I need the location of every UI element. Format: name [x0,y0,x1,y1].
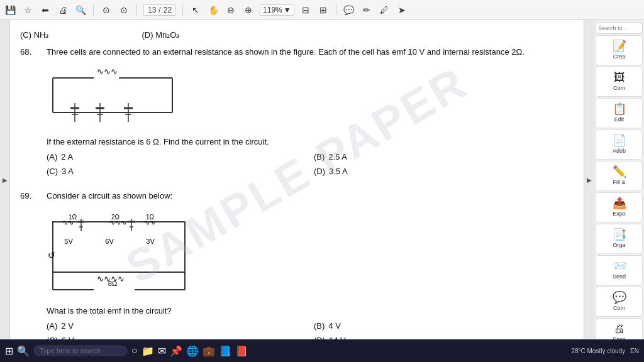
edit-icon[interactable]: ✏ [360,4,373,16]
taskbar-acrobat-icon[interactable]: 📕 [235,345,248,357]
redo-symbol: ↺ [48,250,55,260]
taskbar-browser-icon[interactable]: ○ [131,345,138,356]
sep4 [336,4,336,16]
export-icon: 📤 [613,197,626,209]
hand-icon[interactable]: ✋ [207,4,219,16]
question-68: 68. Three cells are connected to an exte… [20,46,569,178]
q69-text: Consider a circuit as shown below: [47,190,569,203]
q68-opt-b-val: 2.5 A [328,151,347,164]
sep1 [93,4,94,16]
sign-icon[interactable]: 🖊 [378,4,391,16]
svg-rect-18 [53,222,185,272]
combine-icon: 🖼 [614,72,625,83]
taskbar-word-icon[interactable]: 📘 [219,345,231,357]
sidebar-item-send[interactable]: 📨 Send [596,255,643,285]
sidebar-search-input[interactable] [596,23,643,34]
q68-option-c: (C) 3 A [47,165,301,178]
taskbar-search-input[interactable] [33,345,128,356]
scroll-down-icon[interactable]: ⊙ [100,4,113,16]
circuit-69-container: 1Ω 2Ω 1Ω ∿∿ ∿∿∿ [47,209,569,299]
sep2 [136,4,137,16]
r1-symbol: ∿∿ [62,219,74,226]
resistor-symbol: ∿∿∿ [97,67,118,76]
r2-symbol: ∿∿∿ [109,219,126,226]
zoom-dropdown-icon[interactable]: ▼ [284,6,291,14]
q68-opt-d-val: 3.5 A [329,165,348,178]
cursor-icon[interactable]: ↖ [189,4,202,16]
q69-opt-c-val: 6 V [62,334,74,339]
q68-text: Three cells are connected to an external… [47,46,569,59]
right-nav-arrow[interactable]: ▶ [584,20,594,339]
top-options-row: (C) NH₃ (D) Mn₂O₃ [20,30,569,40]
q68-opt-b-label: (B) [314,151,325,164]
sidebar-item-organize[interactable]: 📑 Orga [596,224,643,254]
q69-opt-d-label: (D) [314,334,325,339]
sidebar-item-combine[interactable]: 🖼 Com [596,67,643,97]
q68-option-a: (A) 2 A [47,151,301,164]
sidebar-create-label: Crea [613,53,626,60]
zoom-indicator[interactable]: 119% ▼ [260,4,294,16]
back-icon[interactable]: ⬅ [39,4,52,16]
main-area: ▶ SAMPLE PAPER (C) NH₃ (D) Mn₂O₃ 68. Thr… [0,20,644,339]
q69-option-b: (B) 4 V [314,320,569,333]
q68-sub-text: If the external resistance is 6 Ω. Find … [47,136,569,149]
q69-option-d: (D) 14 V [314,334,569,339]
edit-pdf-icon: 📋 [613,103,626,114]
pdf-toolbar: 💾 ☆ ⬅ 🖨 🔍 ⊙ ⊙ 13 / 22 ↖ ✋ ⊖ ⊕ 119% ▼ ⊟ ⊞… [0,0,644,20]
q69-options: (A) 2 V (B) 4 V (C) 6 V (D) 14 V [47,320,569,339]
search-icon[interactable]: 🔍 [74,4,87,16]
taskbar-teams-icon[interactable]: 💼 [203,345,215,357]
sidebar-item-export[interactable]: 📤 Expo [596,192,643,222]
page-indicator[interactable]: 13 / 22 [143,4,176,16]
bookmark-icon[interactable]: ☆ [21,4,34,16]
circuit-68-container: ∿∿∿ [47,65,569,129]
comment-icon[interactable]: 💬 [343,4,355,16]
r3-symbol: ∿∿ [144,219,155,226]
page-current: 13 [148,6,156,14]
q69-opt-b-label: (B) [314,320,325,333]
sidebar-combine-label: Com [613,85,625,92]
question-69: 69. Consider a circuit as shown below: 1… [20,190,569,339]
taskbar-search-icon[interactable]: 🔍 [17,345,30,357]
scroll-up-icon[interactable]: ⊙ [118,4,130,16]
taskbar-files-icon[interactable]: 📁 [142,345,154,357]
send-icon: 📨 [613,260,626,272]
sidebar-item-edit[interactable]: 📋 Edit [596,98,643,128]
save-icon[interactable]: 💾 [4,4,16,16]
sidebar-edit-label: Edit [614,116,625,123]
taskbar-pin-icon[interactable]: 📌 [170,345,182,357]
option-d: (D) Mn₂O₃ [142,30,180,40]
language-indicator: EN [630,348,639,354]
share-icon[interactable]: ➤ [396,4,408,16]
q69-opt-a-label: (A) [47,320,57,333]
sidebar-item-scan[interactable]: 🖨 Scan [596,318,643,339]
q69-option-c: (C) 6 V [47,334,301,339]
start-button[interactable]: ⊞ [5,345,13,357]
sidebar-item-create[interactable]: 📝 Crea [596,35,643,65]
print-icon[interactable]: 🖨 [57,4,69,16]
taskbar-system-area: 28°C Mostly cloudy EN [571,348,639,354]
fit-page-icon[interactable]: ⊟ [299,4,312,16]
left-nav-arrow[interactable]: ▶ [0,20,10,339]
sidebar-send-label: Send [613,273,626,280]
q68-option-b: (B) 2.5 A [314,151,569,164]
q69-opt-b-val: 4 V [328,320,341,333]
organize-icon: 📑 [613,229,626,240]
q68-opt-a-label: (A) [47,151,57,164]
right-sidebar: 📝 Crea 🖼 Com 📋 Edit 📄 Adob ✏️ Fill & 📤 E… [594,20,644,339]
page-total: 22 [164,6,172,14]
zoom-out-icon[interactable]: ⊖ [225,4,237,16]
zoom-in-icon[interactable]: ⊕ [242,4,255,16]
comment-pdf-icon: 💬 [613,292,626,303]
taskbar-chrome-icon[interactable]: 🌐 [186,345,199,357]
taskbar: ⊞ 🔍 ○ 📁 ✉ 📌 🌐 💼 📘 📕 28°C Mostly cloudy E… [0,339,644,362]
taskbar-mail-icon[interactable]: ✉ [158,345,166,357]
q69-option-a: (A) 2 V [47,320,301,333]
layout-icon[interactable]: ⊞ [317,4,330,16]
sidebar-item-fill[interactable]: ✏️ Fill & [596,161,643,191]
r-bottom-symbol: ∿∿∿∿ [97,274,125,283]
sidebar-item-adobe[interactable]: 📄 Adob [596,129,643,160]
v3-label: 3V [146,238,155,245]
sidebar-item-comment[interactable]: 💬 Com [596,287,643,317]
q68-header: 68. Three cells are connected to an exte… [20,46,569,59]
